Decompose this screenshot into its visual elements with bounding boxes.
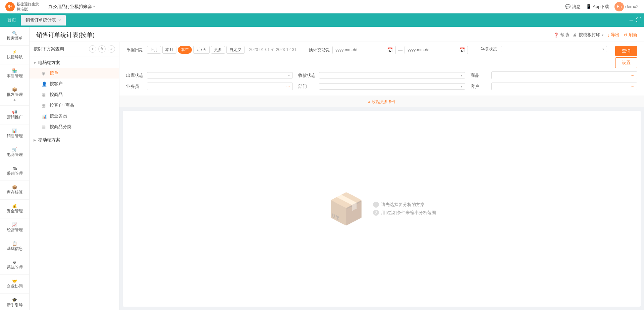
export-icon: ↓ bbox=[607, 33, 610, 38]
date-label: 单据日期 bbox=[126, 47, 145, 53]
collapse-bar[interactable]: ∧ 收起更多条件 bbox=[119, 96, 644, 107]
scheme-item-by-customer-goods[interactable]: ▦ 按客户+商品 bbox=[30, 100, 119, 111]
page-title-bar: 销售订单统计表(按单) ❓ 帮助 🖨 按模板打印 ▾ ↓ 导出 bbox=[30, 27, 644, 42]
department-select[interactable]: ▾ bbox=[319, 83, 465, 90]
sidebar-item-retail[interactable]: 🏪 零售管理 bbox=[0, 64, 29, 83]
scheme-section-mobile-header[interactable]: ▶ 移动端方案 bbox=[30, 135, 119, 145]
goods-select[interactable]: ··· bbox=[491, 71, 637, 79]
scheme-item-by-category[interactable]: ▤ 按商品分类 bbox=[30, 121, 119, 132]
scheme-item-by-goods[interactable]: ▦ 按商品 bbox=[30, 89, 119, 100]
refresh-icon: ↺ bbox=[624, 33, 627, 38]
delivery-status-select[interactable]: ▾ bbox=[147, 72, 293, 79]
salesman-label: 业务员 bbox=[126, 84, 145, 90]
goods-more-icon[interactable]: ··· bbox=[631, 73, 634, 78]
tab-bar-actions: ─ ⛶ bbox=[630, 17, 641, 23]
system-icon: ⚙ bbox=[1, 260, 28, 265]
sidebar-item-marketing[interactable]: 📢 营销推广 bbox=[0, 106, 29, 124]
logo-text: 畅捷通好生意 标准版 bbox=[17, 2, 39, 11]
delivery-label: 预计交货期 bbox=[309, 47, 330, 53]
sidebar-item-basic[interactable]: 📋 基础信息 bbox=[0, 237, 29, 256]
scheme-edit-button[interactable]: ✎ bbox=[98, 45, 106, 53]
scheme-section-desktop: ▶ 电脑端方案 ◉ 按单 👤 按客户 ▦ 按商品 bbox=[30, 56, 119, 134]
scheme-item-by-customer[interactable]: 👤 按客户 bbox=[30, 79, 119, 89]
page-title: 销售订单统计表(按单) bbox=[36, 31, 95, 39]
sidebar-item-quicknav[interactable]: ⚡ 快捷导航 bbox=[0, 46, 29, 64]
sidebar-item-sales[interactable]: 📊 销售管理 bbox=[0, 124, 29, 143]
scheme-item-bygoods-icon: ▦ bbox=[42, 92, 47, 97]
sidebar-item-purchase[interactable]: 🛍 采购管理 bbox=[0, 162, 29, 181]
tab-minimize-icon[interactable]: ─ bbox=[630, 17, 633, 23]
refresh-action[interactable]: ↺ 刷新 bbox=[624, 32, 637, 38]
date-btn-lastmonth[interactable]: 上月 bbox=[147, 46, 161, 54]
setting-button[interactable]: 设置 bbox=[615, 57, 637, 68]
app-download-action[interactable]: 📱 App下载 bbox=[586, 4, 609, 10]
print-chevron-icon: ▾ bbox=[602, 33, 603, 37]
workspace-chevron-icon: ▾ bbox=[93, 5, 95, 8]
delivery-date-from-calendar-icon[interactable]: 📅 bbox=[387, 47, 393, 53]
date-btn-more[interactable]: 更多 bbox=[211, 46, 225, 54]
goods-label: 商品 bbox=[471, 72, 489, 79]
export-action[interactable]: ↓ 导出 bbox=[607, 32, 620, 38]
sidebar-item-finance[interactable]: 💰 资金管理 bbox=[0, 200, 29, 218]
sidebar-item-operations[interactable]: 📈 经营管理 bbox=[0, 218, 29, 237]
sidebar-item-guide[interactable]: 🎓 新手引导 bbox=[0, 294, 29, 310]
search-icon: 🔍 bbox=[1, 31, 28, 36]
payment-status-chevron-icon: ▾ bbox=[461, 73, 462, 77]
purchase-icon: 🛍 bbox=[1, 166, 28, 171]
scheme-collapse-button[interactable]: « bbox=[108, 45, 115, 53]
date-btn-group: 上月 本月 本年 近7天 更多 自定义 bbox=[147, 46, 245, 54]
scheme-item-by-order[interactable]: ◉ 按单 bbox=[30, 68, 119, 79]
department-label: 部门 bbox=[298, 84, 317, 90]
filter-area: 单据日期 上月 本月 本年 近7天 更多 自定义 2023-01-01 至 20… bbox=[119, 42, 644, 96]
empty-tip-1: 1 请先选择要分析的方案 bbox=[373, 202, 436, 208]
salesman-select[interactable]: ··· bbox=[147, 83, 293, 90]
date-btn-custom[interactable]: 自定义 bbox=[226, 46, 245, 54]
date-btn-thismonth[interactable]: 本月 bbox=[162, 46, 176, 54]
date-btn-7days[interactable]: 近7天 bbox=[193, 46, 210, 54]
scheme-item-by-salesman[interactable]: 📊 按业务员 bbox=[30, 111, 119, 121]
scheme-section-mobile: ▶ 移动端方案 bbox=[30, 134, 119, 146]
sidebar-item-wholesale[interactable]: 📦 批发管理 ▲ bbox=[0, 83, 29, 106]
collab-icon: 🤝 bbox=[1, 279, 28, 283]
sidebar-item-ecommerce[interactable]: 🛒 电商管理 bbox=[0, 143, 29, 162]
scheme-panel: 按以下方案查询 + ✎ « ▶ 电脑端方案 ◉ 按单 bbox=[30, 42, 119, 310]
scheme-panel-actions: + ✎ « bbox=[89, 45, 115, 53]
retail-icon: 🏪 bbox=[1, 68, 28, 73]
sidebar-item-inventory[interactable]: 📦 库存核算 bbox=[0, 181, 29, 200]
tab-bar: 首页 销售订单统计表 ✕ ─ ⛶ bbox=[0, 13, 644, 27]
salesman-more-icon[interactable]: ··· bbox=[286, 84, 290, 89]
logo-area: 好 畅捷通好生意 标准版 bbox=[5, 2, 39, 11]
app-download-icon: 📱 bbox=[586, 4, 591, 9]
delivery-date-to-wrapper[interactable]: 📅 bbox=[405, 46, 468, 54]
delivery-date-to-input[interactable] bbox=[408, 48, 458, 52]
payment-status-select[interactable]: ▾ bbox=[319, 72, 465, 79]
ecommerce-icon: 🛒 bbox=[1, 147, 28, 152]
delivery-date-to-calendar-icon[interactable]: 📅 bbox=[459, 47, 465, 53]
date-btn-thisyear[interactable]: 本年 bbox=[178, 46, 192, 54]
message-action[interactable]: 💬 消息 bbox=[565, 4, 581, 10]
main-layout: 🔍 搜索菜单 ⚡ 快捷导航 🏪 零售管理 📦 批发管理 ▲ 📢 营销推广 📊 销… bbox=[0, 27, 644, 310]
workspace-selector[interactable]: 办公用品行业模拟账套 ▾ bbox=[48, 4, 95, 10]
content-area: 销售订单统计表(按单) ❓ 帮助 🖨 按模板打印 ▾ ↓ 导出 bbox=[30, 27, 644, 310]
delivery-date-from-wrapper[interactable]: 📅 bbox=[332, 46, 396, 54]
tab-close-icon[interactable]: ✕ bbox=[58, 18, 61, 22]
scheme-item-bycustomergoods-icon: ▦ bbox=[42, 103, 47, 108]
tab-maximize-icon[interactable]: ⛶ bbox=[636, 17, 641, 23]
scheme-add-button[interactable]: + bbox=[89, 45, 96, 53]
customer-more-icon[interactable]: ··· bbox=[631, 84, 634, 89]
help-action[interactable]: ❓ 帮助 bbox=[553, 32, 569, 38]
bill-status-select[interactable]: ▾ bbox=[501, 46, 607, 52]
print-action[interactable]: 🖨 按模板打印 ▾ bbox=[573, 32, 603, 38]
tab-sales-order[interactable]: 销售订单统计表 ✕ bbox=[21, 15, 66, 25]
sidebar-item-collab[interactable]: 🤝 企业协同 bbox=[0, 275, 29, 294]
sales-icon: 📊 bbox=[1, 128, 28, 133]
scheme-section-desktop-header[interactable]: ▶ 电脑端方案 bbox=[30, 58, 119, 68]
customer-select[interactable]: ··· bbox=[491, 83, 637, 90]
quicknav-icon: ⚡ bbox=[1, 50, 28, 54]
sidebar-item-search[interactable]: 🔍 搜索菜单 bbox=[0, 27, 29, 46]
delivery-date-from-input[interactable] bbox=[335, 48, 386, 52]
sidebar-item-system[interactable]: ⚙ 系统管理 bbox=[0, 256, 29, 275]
user-action[interactable]: Ea demo2 bbox=[614, 2, 639, 11]
query-button[interactable]: 查询 bbox=[615, 46, 637, 56]
tab-home[interactable]: 首页 bbox=[3, 15, 21, 25]
